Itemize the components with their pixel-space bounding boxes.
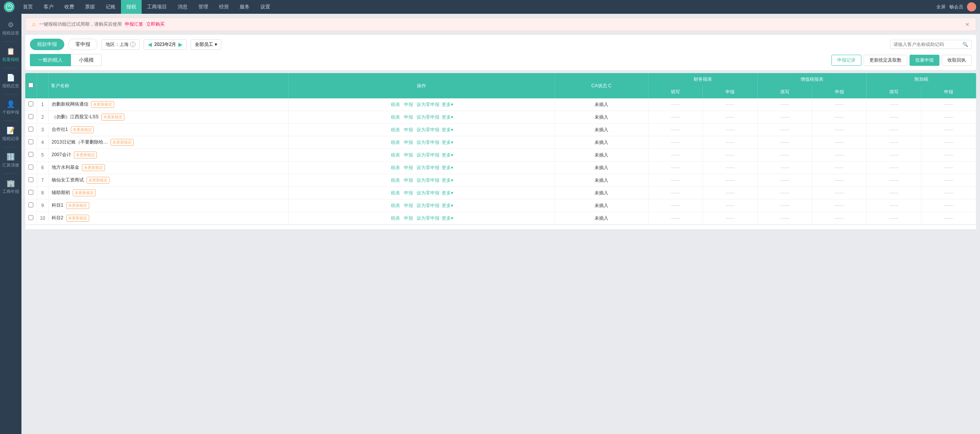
op-declare[interactable]: 申报 [404, 203, 413, 208]
retrieve-button[interactable]: 收取回执 [942, 55, 972, 66]
op-tax-form[interactable]: 税表 [391, 178, 400, 183]
sidebar-item-3[interactable]: 👤个税申报 [0, 96, 21, 119]
th-checkbox [25, 73, 37, 98]
chevron-down-icon: ▾ [215, 42, 217, 47]
tab-tax-declaration[interactable]: 税款申报 [30, 39, 64, 50]
op-zero-declare[interactable]: 设为零申报 [416, 114, 439, 120]
row-checkbox[interactable] [28, 101, 33, 106]
row-checkbox[interactable] [28, 114, 33, 119]
op-zero-declare[interactable]: 设为零申报 [416, 190, 439, 196]
op-zero-declare[interactable]: 设为零申报 [416, 178, 439, 183]
date-prev-arrow[interactable]: ◀ [148, 41, 152, 47]
sidebar-item-2[interactable]: 📄报税总览 [0, 70, 21, 93]
sidebar-item-5[interactable]: 🔢汇算清缴 [0, 149, 21, 172]
op-tax-form[interactable]: 税表 [391, 127, 400, 132]
tab-small-scale[interactable]: 小规模 [71, 54, 102, 66]
op-zero-declare[interactable]: 设为零申报 [416, 215, 439, 221]
sidebar-item-4[interactable]: 📝报税记录 [0, 122, 21, 145]
op-declare[interactable]: 申报 [404, 152, 413, 158]
update-button[interactable]: 更新统定及取数 [864, 55, 907, 66]
user-avatar[interactable] [967, 2, 976, 11]
row-checkbox-cell [25, 162, 37, 174]
op-more[interactable]: 更多▾ [442, 215, 453, 221]
nav-item-经营[interactable]: 经营 [214, 0, 234, 14]
op-more[interactable]: 更多▾ [442, 203, 453, 208]
op-declare[interactable]: 申报 [404, 140, 413, 145]
sidebar-item-1[interactable]: 📋批量报税 [0, 43, 21, 66]
tab-general-taxpayer[interactable]: 一般的税人 [30, 54, 71, 66]
op-declare[interactable]: 申报 [404, 102, 413, 107]
nav-item-管理[interactable]: 管理 [193, 0, 214, 14]
row-checkbox[interactable] [28, 202, 33, 207]
nav-item-记账[interactable]: 记账 [100, 0, 121, 14]
op-declare[interactable]: 申报 [404, 190, 413, 196]
row-checkbox[interactable] [28, 177, 33, 182]
row-fin-dec: —— [703, 98, 758, 111]
op-zero-declare[interactable]: 设为零申报 [416, 102, 439, 107]
nav-item-客户[interactable]: 客户 [38, 0, 59, 14]
op-more[interactable]: 更多▾ [442, 190, 453, 196]
sidebar-item-0[interactable]: ⚙报税设置 [0, 17, 21, 40]
nav-item-设置[interactable]: 设置 [255, 0, 276, 14]
op-zero-declare[interactable]: 设为零申报 [416, 127, 439, 132]
op-declare[interactable]: 申报 [404, 178, 413, 183]
op-declare[interactable]: 申报 [404, 215, 413, 221]
search-icon[interactable]: 🔍 [962, 42, 968, 47]
nav-item-票据[interactable]: 票据 [80, 0, 100, 14]
tab-zero-declaration[interactable]: 零申报 [68, 39, 98, 50]
row-checkbox[interactable] [28, 152, 33, 157]
op-declare[interactable]: 申报 [404, 127, 413, 132]
row-add-fill: —— [867, 111, 921, 124]
op-more[interactable]: 更多▾ [442, 152, 453, 158]
op-zero-declare[interactable]: 设为零申报 [416, 203, 439, 208]
row-checkbox[interactable] [28, 127, 33, 132]
batch-declare-button[interactable]: 批量申报 [910, 55, 939, 66]
date-next-arrow[interactable]: ▶ [178, 41, 183, 47]
op-declare[interactable]: 申报 [404, 114, 413, 120]
op-more[interactable]: 更多▾ [442, 165, 453, 170]
nav-item-工商项目[interactable]: 工商项目 [142, 0, 172, 14]
op-declare[interactable]: 申报 [404, 165, 413, 170]
op-zero-declare[interactable]: 设为零申报 [416, 165, 439, 170]
row-checkbox[interactable] [28, 139, 33, 144]
row-checkbox[interactable] [28, 215, 33, 220]
row-client-name: 2007会计 未更新核定 [48, 149, 288, 162]
op-more[interactable]: 更多▾ [442, 178, 453, 183]
op-zero-declare[interactable]: 设为零申报 [416, 152, 439, 158]
op-more[interactable]: 更多▾ [442, 102, 453, 107]
op-tax-form[interactable]: 税表 [391, 114, 400, 120]
employee-filter[interactable]: 全部员工 ▾ [191, 39, 221, 50]
nav-item-首页[interactable]: 首页 [18, 0, 38, 14]
op-zero-declare[interactable]: 设为零申报 [416, 140, 439, 145]
op-more[interactable]: 更多▾ [442, 114, 453, 120]
banner-link-buy[interactable]: 立即购买 [146, 21, 165, 28]
op-tax-form[interactable]: 税表 [391, 152, 400, 158]
nav-item-收费[interactable]: 收费 [59, 0, 80, 14]
op-tax-form[interactable]: 税表 [391, 140, 400, 145]
op-more[interactable]: 更多▾ [442, 127, 453, 132]
op-tax-form[interactable]: 税表 [391, 165, 400, 170]
nav-item-服务[interactable]: 服务 [234, 0, 255, 14]
record-button[interactable]: 申报记录 [831, 55, 861, 66]
op-more[interactable]: 更多▾ [442, 140, 453, 145]
nav-item-报税[interactable]: 报税 [121, 0, 142, 14]
op-tax-form[interactable]: 税表 [391, 215, 400, 221]
fullscreen-button[interactable]: 全屏 [936, 4, 946, 10]
sidebar-label-4: 报税记录 [2, 136, 19, 142]
select-all-checkbox[interactable] [28, 83, 33, 88]
banner-close[interactable]: ✕ [965, 21, 970, 28]
sidebar-divider-5 [4, 173, 18, 174]
op-tax-form[interactable]: 税表 [391, 190, 400, 196]
member-button[interactable]: 畅会员 [949, 4, 963, 10]
info-icon[interactable]: i [130, 42, 136, 47]
sidebar-item-6[interactable]: 🏢工商年报 [0, 175, 21, 198]
horizontal-scrollbar[interactable] [25, 225, 976, 229]
op-tax-form[interactable]: 税表 [391, 102, 400, 107]
location-selector[interactable]: 地区：上海 i [101, 39, 140, 50]
nav-item-消息[interactable]: 消息 [172, 0, 193, 14]
op-tax-form[interactable]: 税表 [391, 203, 400, 208]
banner-link-report[interactable]: 申报汇签 [125, 21, 143, 28]
row-checkbox[interactable] [28, 190, 33, 195]
search-input[interactable] [893, 42, 962, 47]
row-checkbox[interactable] [28, 165, 33, 170]
